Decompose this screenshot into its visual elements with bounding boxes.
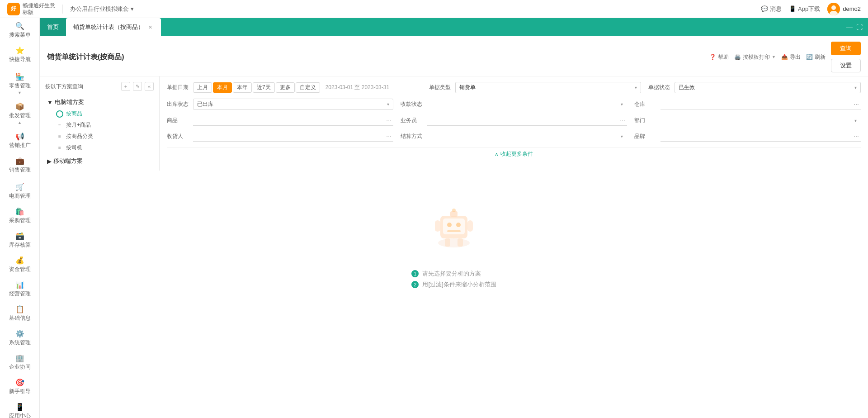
- receiver-input[interactable]: ···: [193, 131, 393, 142]
- filter-main-area: 单据日期 上月 本月 本年 近7天 更多 自定义 20: [160, 76, 868, 171]
- add-scheme-button[interactable]: +: [121, 82, 130, 91]
- download-action[interactable]: 📱 App下载: [789, 5, 820, 13]
- sidebar-item-finance[interactable]: 💰 资金管理: [0, 252, 39, 277]
- content-area: 首页 销货单统计计表（按商品） ✕ — ⛶ 销货单统计计表(按商品) ❓ 帮助: [40, 18, 868, 418]
- sidebar-item-shortcut[interactable]: ⭐ 快捷导航: [0, 43, 39, 67]
- brand-input[interactable]: ···: [660, 131, 861, 142]
- warehouse-dots-icon[interactable]: ···: [854, 100, 859, 108]
- sidebar-item-marketing[interactable]: 📢 营销推广: [0, 128, 39, 153]
- scheme-item-goods[interactable]: 按商品: [43, 108, 156, 119]
- radio-selected-icon: [56, 110, 63, 118]
- list3-icon: ≡: [56, 144, 63, 152]
- receiptstatus-select[interactable]: ▾: [427, 100, 627, 109]
- docstatus-label: 单据状态: [648, 84, 671, 91]
- scheme-item-category[interactable]: ≡ 按商品分类: [43, 131, 156, 142]
- sidebar-item-retail-label: 零售管理: [9, 82, 31, 90]
- tab-close-icon[interactable]: ✕: [146, 24, 154, 31]
- filter-sidebar-title: 按以下方案查询: [45, 83, 83, 90]
- warehouse-input[interactable]: ···: [660, 99, 861, 109]
- tab-report[interactable]: 销货单统计计表（按商品） ✕: [66, 18, 161, 36]
- tab-minimize-icon[interactable]: —: [846, 24, 853, 31]
- sidebar-item-sales-label: 销售管理: [9, 166, 31, 174]
- date-btn-lastmonth[interactable]: 上月: [193, 82, 212, 93]
- user-info[interactable]: demo2: [827, 3, 861, 15]
- sidebar-item-ecommerce-label: 电商管理: [9, 192, 31, 200]
- refresh-action[interactable]: 🔄 刷新: [806, 53, 826, 61]
- query-actions: 查询 设置: [831, 42, 861, 72]
- collapse-sidebar-button[interactable]: «: [145, 82, 154, 91]
- collapse-label: 收起更多条件: [500, 150, 533, 158]
- sidebar-item-purchase[interactable]: 🛍️ 采购管理: [0, 204, 39, 228]
- date-btn-7days[interactable]: 近7天: [253, 82, 275, 93]
- scheme-group-desktop-title[interactable]: ▼ 电脑端方案: [43, 96, 156, 108]
- doctype-value: 销货单: [459, 84, 476, 91]
- collapse-button[interactable]: ∧ 收起更多条件: [167, 147, 861, 161]
- payment-select[interactable]: ▾: [427, 132, 627, 141]
- sidebar-item-system[interactable]: ⚙️ 系统管理: [0, 326, 39, 350]
- tab-maximize-icon[interactable]: ⛶: [856, 24, 863, 31]
- doctype-arrow-icon: ▾: [635, 85, 637, 90]
- filter-group-receiptstatus: 收款状态 ▾: [401, 100, 627, 109]
- edit-scheme-button[interactable]: ✎: [133, 82, 142, 91]
- tab-report-label: 销货单统计计表（按商品）: [73, 23, 144, 31]
- goods-label: 商品: [167, 117, 189, 124]
- scheme-item-month-goods[interactable]: ≡ 按月+商品: [43, 119, 156, 131]
- scheme-item-driver[interactable]: ≡ 按司机: [43, 142, 156, 153]
- robot-svg: [427, 198, 481, 252]
- sidebar-item-inventory[interactable]: 🗃️ 库存核算: [0, 228, 39, 252]
- message-action[interactable]: 💬 消息: [761, 5, 782, 13]
- newbie-icon: 🎯: [15, 378, 24, 387]
- sidebar-item-operation[interactable]: 📊 经营管理: [0, 277, 39, 301]
- step-1-num: 1: [411, 270, 419, 277]
- date-btn-more[interactable]: 更多: [276, 82, 295, 93]
- topbar-left: 好 畅捷通好生意 标版 办公用品行业模拟账套 ▾: [7, 2, 134, 15]
- help-action[interactable]: ❓ 帮助: [709, 53, 729, 61]
- svg-point-7: [456, 223, 461, 227]
- date-btn-thismonth[interactable]: 本月: [213, 82, 232, 93]
- doctype-select[interactable]: 销货单 ▾: [455, 82, 642, 93]
- avatar-img: [827, 3, 840, 15]
- star-icon: ⭐: [15, 46, 24, 55]
- list2-icon: ≡: [56, 133, 63, 140]
- wholesale-arrow-icon: ▲: [18, 120, 22, 125]
- sidebar-item-ecommerce[interactable]: 🛒 电商管理: [0, 179, 39, 204]
- brand-label: 品牌: [634, 133, 657, 140]
- outstatus-select[interactable]: 已出库 ▾: [193, 99, 393, 110]
- salesperson-dots-icon[interactable]: ···: [620, 117, 625, 124]
- sidebar-item-newbie[interactable]: 🎯 新手引导: [0, 375, 39, 399]
- sidebar-item-enterprise-label: 企业协同: [9, 363, 31, 371]
- query-button[interactable]: 查询: [831, 42, 861, 55]
- sidebar-item-basic[interactable]: 📋 基础信息: [0, 301, 39, 326]
- sidebar-item-wholesale[interactable]: 📦 批发管理 ▲: [0, 99, 39, 128]
- dept-select[interactable]: ▾: [660, 116, 861, 125]
- outstatus-value: 已出库: [197, 100, 213, 108]
- sidebar-item-sales[interactable]: 💼 销售管理: [0, 153, 39, 177]
- workspace-selector[interactable]: 办公用品行业模拟账套 ▾: [70, 5, 134, 13]
- scheme-group-mobile-title[interactable]: ▶ 移动端方案: [43, 155, 156, 167]
- brand-dots-icon[interactable]: ···: [854, 133, 859, 140]
- filter-group-date: 单据日期 上月 本月 本年 近7天 更多 自定义 20: [167, 82, 422, 93]
- tab-home[interactable]: 首页: [40, 18, 66, 36]
- sidebar-item-basic-label: 基础信息: [9, 314, 31, 322]
- export-action[interactable]: 📤 导出: [781, 53, 801, 61]
- date-control: 上月 本月 本年 近7天 更多 自定义 2023-03-01 至 2023-03…: [193, 82, 422, 93]
- scheme-item-category-label: 按商品分类: [66, 133, 93, 140]
- date-btn-thisyear[interactable]: 本年: [233, 82, 252, 93]
- print-action[interactable]: 🖨️ 按模板打印 ▼: [734, 53, 776, 61]
- page-header: 销货单统计计表(按商品) ❓ 帮助 🖨️ 按模板打印 ▼ 📤 导出: [40, 36, 868, 76]
- sidebar-item-search[interactable]: 🔍 搜索菜单: [0, 18, 39, 43]
- setting-button[interactable]: 设置: [831, 59, 861, 72]
- print-label: 按模板打印: [743, 53, 770, 61]
- date-btn-custom[interactable]: 自定义: [296, 82, 320, 93]
- salesperson-input[interactable]: ···: [427, 115, 627, 126]
- receiver-dots-icon[interactable]: ···: [386, 133, 392, 140]
- dept-label: 部门: [634, 117, 657, 124]
- sidebar-item-appcenter[interactable]: 📱 应用中心: [0, 399, 39, 418]
- sidebar-item-purchase-label: 采购管理: [9, 217, 31, 224]
- sidebar-item-enterprise[interactable]: 🏢 企业协同: [0, 350, 39, 375]
- goods-dots-icon[interactable]: ···: [386, 117, 392, 124]
- goods-input[interactable]: ···: [193, 115, 393, 126]
- filter-group-warehouse: 仓库 ···: [634, 99, 861, 109]
- sidebar-item-retail[interactable]: 🏪 零售管理 ▼: [0, 69, 39, 99]
- docstatus-select[interactable]: 已生效 ▾: [675, 82, 861, 93]
